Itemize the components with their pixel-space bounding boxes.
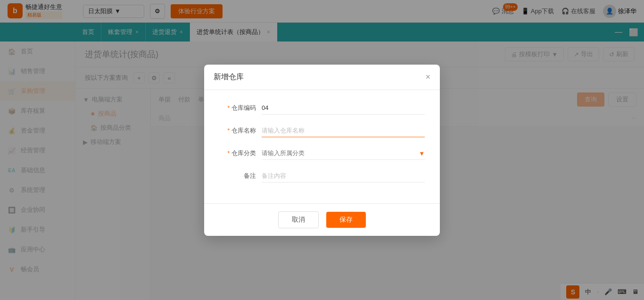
warehouse-category-input[interactable] xyxy=(262,147,425,160)
warehouse-name-row: * 仓库名称 xyxy=(219,124,425,137)
cancel-button[interactable]: 取消 xyxy=(278,211,319,228)
warehouse-name-label: * 仓库名称 xyxy=(219,126,262,135)
warehouse-category-label: * 仓库分类 xyxy=(219,149,262,158)
warehouse-category-row: * 仓库分类 ▼ xyxy=(219,147,425,160)
modal-header: 新增仓库 × xyxy=(204,65,440,90)
warehouse-code-input[interactable] xyxy=(262,101,425,115)
remark-row: 备注 xyxy=(219,169,425,183)
modal-close-button[interactable]: × xyxy=(425,73,430,81)
modal-footer: 取消 保存 xyxy=(204,203,440,236)
warehouse-name-input[interactable] xyxy=(262,124,425,137)
warehouse-code-label: * 仓库编码 xyxy=(219,104,262,112)
save-button[interactable]: 保存 xyxy=(326,212,366,228)
modal-overlay: 新增仓库 × * 仓库编码 * 仓库名称 xyxy=(0,0,644,300)
modal-body: * 仓库编码 * 仓库名称 * 仓库分类 xyxy=(204,90,440,203)
category-dropdown-arrow: ▼ xyxy=(419,150,425,157)
add-warehouse-modal: 新增仓库 × * 仓库编码 * 仓库名称 xyxy=(204,65,440,236)
remark-input[interactable] xyxy=(262,169,425,183)
warehouse-category-select-wrapper: ▼ xyxy=(262,147,425,160)
warehouse-code-row: * 仓库编码 xyxy=(219,101,425,115)
remark-label: 备注 xyxy=(219,172,262,180)
modal-title: 新增仓库 xyxy=(214,72,244,82)
